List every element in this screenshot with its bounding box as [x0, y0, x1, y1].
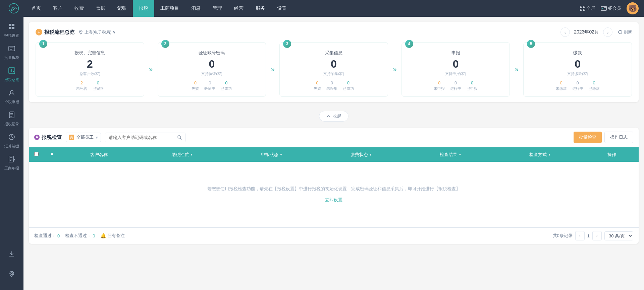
current-page: 1: [587, 233, 590, 238]
empty-message: 若您想使用报税检查功能，请先在【报税设置】中进行报税的初始化设置，完成密码验证和…: [34, 166, 633, 223]
step-title-4: 申报: [451, 50, 460, 56]
pagination: 共0条记录 ‹ 1 › 30 条/页: [553, 231, 633, 240]
step-number-5: 5: [527, 40, 535, 48]
payment-status-header[interactable]: 缴费状态 ▼: [317, 147, 406, 162]
sidebar-item-tax-record[interactable]: 报税记录: [0, 108, 23, 130]
stat-filled: 0 已完善: [93, 80, 104, 91]
operation-log-button[interactable]: 操作日志: [604, 132, 633, 143]
nav-item-manage[interactable]: 管理: [207, 0, 228, 17]
stat-inprogress-5: 0 进行中: [572, 80, 583, 91]
check-method-header[interactable]: 检查方式 ▼: [495, 147, 585, 162]
nav-item-message[interactable]: 消息: [185, 0, 207, 17]
table-container: 客户名称 纳税性质 ▼ 申报状态: [29, 147, 639, 227]
card-header: + 报税流程总览 上海(电子税局) ∨ ‹ 2023年02月 ›: [36, 27, 632, 37]
sidebar-item-annual-settlement[interactable]: 汇算清缴: [0, 130, 23, 152]
search-input[interactable]: [105, 133, 174, 142]
nav-item-accounting[interactable]: 记账: [111, 0, 133, 17]
collapse-icon: [326, 114, 331, 119]
employee-icon: 员: [69, 135, 74, 140]
member-button[interactable]: 畅会员: [601, 5, 621, 11]
prev-month-button[interactable]: ‹: [560, 27, 570, 37]
tax-overview-icon: [8, 67, 15, 76]
checkbox-header: [29, 147, 44, 162]
step-title-3: 采集信息: [325, 50, 342, 56]
step-subtitle-3: 支持采集(家): [323, 71, 344, 76]
filing-status-filter[interactable]: 申报状态 ▼: [261, 152, 283, 158]
nav-item-invoice[interactable]: 票据: [90, 0, 111, 17]
sidebar-item-annual-report[interactable]: 工商年报: [0, 152, 23, 174]
page-size-select[interactable]: 30 条/页: [604, 231, 633, 240]
sidebar-item-tax-overview[interactable]: 报税总览: [0, 64, 23, 86]
filing-status-header[interactable]: 申报状态 ▼: [227, 147, 317, 162]
next-page-button[interactable]: ›: [592, 231, 602, 240]
step-number-1: 1: [39, 40, 47, 48]
nav-item-settings[interactable]: 设置: [271, 0, 292, 17]
nav-item-bizproject[interactable]: 工商项目: [154, 0, 185, 17]
stat-value-success-2: 0: [225, 80, 227, 85]
svg-point-33: [11, 273, 13, 275]
sidebar-label-batch-tax: 批量报税: [4, 55, 19, 60]
stat-value-paid-5: 0: [593, 80, 595, 85]
pass-value[interactable]: 0: [57, 233, 60, 238]
location-badge[interactable]: 上海(电子税局) ∨: [78, 29, 116, 35]
sidebar-item-download[interactable]: [0, 244, 23, 265]
stat-paid-5: 0 已缴款: [589, 80, 600, 91]
annual-report-icon: [8, 155, 15, 164]
step-subtitle-1: 总客户数(家): [79, 71, 100, 76]
stat-uncollected-3: 0 未采集: [326, 80, 337, 91]
employee-chevron-icon: ∨: [96, 136, 98, 139]
prev-page-button[interactable]: ‹: [575, 231, 585, 240]
main-layout: 报税设置 批量报税 报税总览: [0, 17, 644, 290]
svg-point-34: [80, 31, 82, 32]
tax-type-header[interactable]: 纳税性质 ▼: [138, 147, 227, 162]
sidebar-item-batch-tax[interactable]: 批量报税: [0, 42, 23, 64]
sidebar-label-individual-tax: 个税申报: [4, 99, 19, 104]
fullscreen-button[interactable]: 全屏: [580, 5, 595, 11]
setup-link[interactable]: 立即设置: [325, 197, 342, 202]
tax-check-title: 报税检查: [42, 134, 62, 141]
check-result-filter[interactable]: 检查结果 ▼: [440, 152, 462, 158]
stat-value-inprogress-4: 0: [454, 80, 457, 85]
employee-filter[interactable]: 员 全部员工 ∨: [66, 133, 101, 142]
next-month-button[interactable]: ›: [603, 27, 612, 37]
batch-check-button[interactable]: 批量检查: [574, 132, 602, 143]
check-result-header[interactable]: 检查结果 ▼: [406, 147, 496, 162]
sidebar-item-individual-tax[interactable]: 个税申报: [0, 86, 23, 108]
search-button[interactable]: [174, 133, 185, 142]
sidebar-item-tax-settings[interactable]: 报税设置: [0, 19, 23, 42]
pass-badge: 检查通过： 0: [34, 233, 60, 239]
user-avatar[interactable]: 🐻: [627, 2, 639, 14]
stat-value-unfilled: 2: [80, 80, 83, 85]
stat-value-verifying-2: 0: [209, 80, 211, 85]
refresh-button[interactable]: 刷新: [618, 29, 632, 35]
stat-label-failed-3: 失败: [314, 86, 321, 91]
nav-item-service[interactable]: 服务: [250, 0, 271, 17]
sidebar: 报税设置 批量报税 报税总览: [0, 17, 23, 290]
nav-item-operation[interactable]: 经营: [228, 0, 250, 17]
select-all-checkbox[interactable]: [34, 152, 39, 156]
nav-item-home[interactable]: 首页: [25, 0, 47, 17]
payment-status-filter[interactable]: 缴费状态 ▼: [351, 152, 372, 158]
nav-item-tax[interactable]: 报税: [133, 0, 154, 17]
stat-unfilled: 2 未完善: [76, 80, 87, 91]
filter-icon-2: ▼: [279, 153, 283, 156]
chevron-down-icon: ∨: [113, 30, 116, 34]
nav-item-customer[interactable]: 客户: [47, 0, 68, 17]
check-method-filter[interactable]: 检查方式 ▼: [529, 152, 551, 158]
logo[interactable]: [5, 0, 22, 17]
fail-label: 检查不通过：: [65, 233, 91, 239]
customer-name-filter[interactable]: 客户名称: [90, 152, 108, 158]
fail-value[interactable]: 0: [93, 233, 95, 238]
total-records: 共0条记录: [553, 233, 573, 239]
sidebar-item-location[interactable]: [0, 265, 23, 285]
sidebar-label-tax-overview: 报税总览: [4, 77, 19, 82]
nav-item-fee[interactable]: 收费: [68, 0, 90, 17]
step-count-5: 0: [575, 59, 581, 69]
stat-value-failed-2: 0: [194, 80, 197, 85]
arrow-right-icon-3: »: [393, 65, 397, 74]
tax-type-filter[interactable]: 纳税性质 ▼: [171, 152, 193, 158]
collapse-button[interactable]: 收起: [319, 111, 348, 122]
customer-name-header[interactable]: 客户名称: [60, 147, 138, 162]
pass-label: 检查通过：: [34, 233, 56, 239]
step-arrow-3: »: [388, 42, 401, 97]
